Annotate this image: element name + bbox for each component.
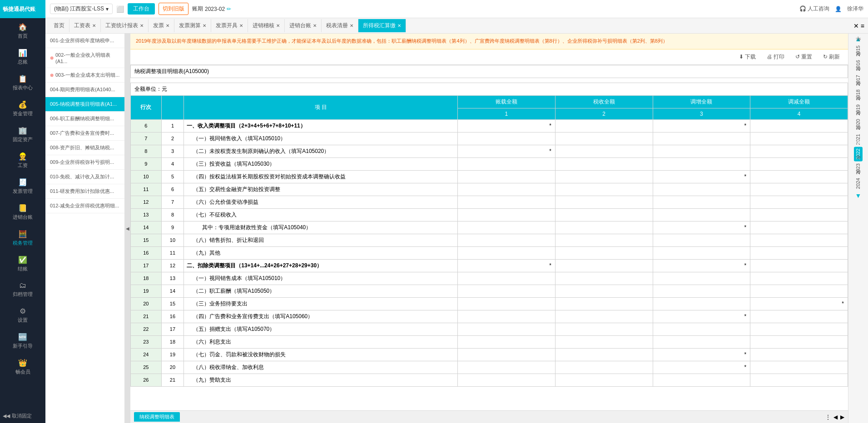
- left-panel-item-003[interactable]: ⊗003-一般企业成本支出明细...: [45, 68, 124, 83]
- data-cell-17-1[interactable]: [555, 335, 653, 348]
- sidebar-item-member[interactable]: 👑畅会员: [0, 354, 45, 380]
- sidebar-item-reports[interactable]: 📋报表中心: [0, 70, 45, 96]
- data-cell-17-0[interactable]: [458, 335, 556, 348]
- sidebar-item-home[interactable]: 🏠首页: [0, 18, 45, 44]
- left-panel-item-004[interactable]: 004-期间费用明细表(A1040...: [45, 83, 124, 97]
- data-cell-16-3[interactable]: [750, 323, 848, 335]
- download-button[interactable]: ⬇ 下载: [736, 52, 759, 62]
- data-cell-14-2[interactable]: [653, 297, 750, 310]
- data-cell-7-1[interactable]: [555, 208, 653, 221]
- data-cell-18-3[interactable]: [750, 348, 848, 361]
- tab-6[interactable]: 进销稽核✕: [248, 19, 285, 32]
- data-cell-19-1[interactable]: [555, 361, 653, 374]
- left-panel-item-008[interactable]: 008-资产折旧、摊销及纳税...: [45, 141, 124, 155]
- tab-close-icon[interactable]: ✕: [350, 23, 353, 28]
- print-button[interactable]: 🖨 打印: [764, 52, 787, 62]
- data-cell-15-1[interactable]: [555, 310, 653, 323]
- more-tabs-icon[interactable]: ≡: [861, 22, 864, 30]
- bottom-tab-item[interactable]: 纳税调整明细表: [134, 412, 180, 422]
- tab-0[interactable]: 首页: [49, 19, 69, 32]
- data-cell-4-1[interactable]: [555, 170, 653, 183]
- data-cell-15-0[interactable]: [458, 310, 556, 323]
- tab-close-icon[interactable]: ✕: [397, 23, 401, 28]
- data-cell-18-1[interactable]: [555, 348, 653, 361]
- data-cell-8-2[interactable]: *: [653, 221, 750, 234]
- data-cell-17-2[interactable]: [653, 335, 750, 348]
- data-cell-11-0[interactable]: *: [458, 259, 556, 272]
- data-cell-0-3[interactable]: [750, 119, 848, 132]
- tab-close-icon[interactable]: ✕: [313, 23, 317, 28]
- data-cell-2-2[interactable]: [653, 145, 750, 157]
- data-cell-2-3[interactable]: [750, 145, 848, 157]
- tab-close-icon[interactable]: ✕: [166, 23, 169, 28]
- data-cell-12-2[interactable]: [653, 272, 750, 285]
- tab-2[interactable]: 工资统计报表✕: [101, 19, 149, 32]
- data-cell-5-2[interactable]: [653, 183, 750, 196]
- collapse-handle[interactable]: ◀: [125, 34, 130, 423]
- data-cell-16-1[interactable]: [555, 323, 653, 335]
- year-button-2017[interactable]: 2017年: [854, 73, 863, 88]
- data-cell-3-2[interactable]: [653, 157, 750, 170]
- data-cell-7-3[interactable]: [750, 208, 848, 221]
- data-cell-5-3[interactable]: [750, 183, 848, 196]
- tab-7[interactable]: 进销台账✕: [285, 19, 322, 32]
- year-button-2023[interactable]: 2023年: [854, 162, 863, 176]
- data-cell-10-3[interactable]: [750, 246, 848, 259]
- data-cell-6-0[interactable]: [458, 196, 556, 208]
- data-cell-14-1[interactable]: [555, 297, 653, 310]
- data-cell-6-3[interactable]: [750, 196, 848, 208]
- data-cell-9-1[interactable]: [555, 234, 653, 246]
- data-cell-13-2[interactable]: [653, 285, 750, 297]
- data-cell-3-3[interactable]: [750, 157, 848, 170]
- workbench-button[interactable]: 工作台: [128, 3, 155, 15]
- data-cell-9-0[interactable]: [458, 234, 556, 246]
- year-button-2021[interactable]: 2021年: [854, 132, 863, 147]
- year-down-icon[interactable]: ▼: [855, 192, 862, 199]
- data-cell-10-1[interactable]: [555, 246, 653, 259]
- tab-close-icon[interactable]: ✕: [140, 23, 144, 28]
- tab-close-icon[interactable]: ✕: [276, 23, 280, 28]
- data-cell-6-1[interactable]: [555, 196, 653, 208]
- year-button-2024[interactable]: 2024年: [854, 176, 863, 191]
- data-cell-14-0[interactable]: [458, 297, 556, 310]
- data-cell-15-2[interactable]: *: [653, 310, 750, 323]
- refresh-button[interactable]: ↻ 刷新: [820, 52, 843, 62]
- tab-close-icon[interactable]: ✕: [92, 23, 96, 28]
- support-button[interactable]: 🎧 人工咨询: [799, 5, 829, 13]
- tab-1[interactable]: 工资表✕: [69, 19, 101, 32]
- left-panel-item-012[interactable]: 012-减免企业所得税优惠明细...: [45, 199, 124, 213]
- data-cell-17-3[interactable]: [750, 335, 848, 348]
- sidebar-item-fixed-assets[interactable]: 🏢固定资产: [0, 122, 45, 148]
- data-cell-0-1[interactable]: [555, 119, 653, 132]
- data-cell-3-1[interactable]: [555, 157, 653, 170]
- company-selector[interactable]: (物副) 江西股宝-LSS ▾: [50, 4, 113, 14]
- data-cell-13-3[interactable]: [750, 285, 848, 297]
- data-cell-8-0[interactable]: [458, 221, 556, 234]
- tab-5[interactable]: 发票开具✕: [211, 19, 248, 32]
- data-cell-20-0[interactable]: [458, 374, 556, 386]
- data-cell-19-3[interactable]: [750, 361, 848, 374]
- old-version-button[interactable]: 切到旧版: [159, 3, 188, 15]
- data-cell-1-2[interactable]: [653, 132, 750, 145]
- data-cell-11-1[interactable]: [555, 259, 653, 272]
- sidebar-item-settings[interactable]: ⚙设置: [0, 302, 45, 328]
- data-cell-4-2[interactable]: *: [653, 170, 750, 183]
- data-cell-16-2[interactable]: [653, 323, 750, 335]
- left-panel-item-007[interactable]: 007-广告费和业务宣传费时...: [45, 126, 124, 141]
- tab-9[interactable]: 所得税汇算缴✕: [358, 19, 406, 32]
- data-cell-9-3[interactable]: [750, 234, 848, 246]
- edit-period-icon[interactable]: ✏: [227, 6, 231, 12]
- sidebar-item-invoice-mgmt[interactable]: 🧾发票管理: [0, 173, 45, 199]
- data-cell-16-0[interactable]: [458, 323, 556, 335]
- year-up-icon[interactable]: ▲: [855, 35, 862, 43]
- data-cell-2-0[interactable]: *: [458, 145, 556, 157]
- sidebar-item-assets-mgmt[interactable]: 💰资金管理: [0, 96, 45, 122]
- data-cell-0-0[interactable]: *: [458, 119, 556, 132]
- data-cell-8-3[interactable]: [750, 221, 848, 234]
- data-cell-11-3[interactable]: [750, 259, 848, 272]
- tab-3[interactable]: 发票✕: [149, 19, 174, 32]
- data-cell-18-0[interactable]: [458, 348, 556, 361]
- unpin-button[interactable]: ◀◀ 取消固定: [0, 409, 45, 423]
- year-button-2015[interactable]: 2015年: [854, 44, 863, 58]
- sidebar-item-payroll[interactable]: 👷工资: [0, 148, 45, 173]
